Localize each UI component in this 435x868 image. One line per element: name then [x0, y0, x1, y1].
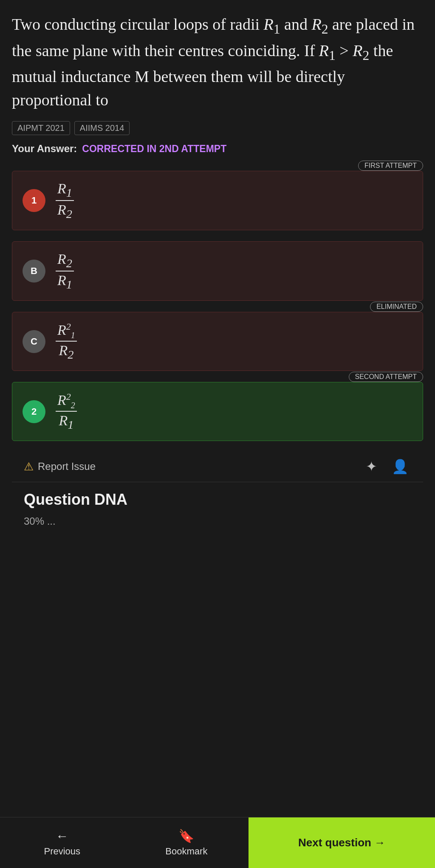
settings-button[interactable]: ✦	[360, 455, 382, 478]
option-box-c[interactable]: C R21 R2	[12, 312, 423, 371]
second-attempt-tag: SECOND ATTEMPT	[349, 372, 424, 382]
bookmark-button[interactable]: 🔖 Bookmark	[124, 817, 249, 868]
answer-status: CORRECTED IN 2ND ATTEMPT	[82, 143, 226, 155]
eliminated-tag: ELIMINATED	[370, 302, 423, 312]
report-issue-label: Report Issue	[38, 461, 96, 472]
attempt-tag-container-2: SECOND ATTEMPT	[12, 373, 423, 382]
bottom-nav: ← Previous 🔖 Bookmark Next question →	[0, 817, 435, 868]
option-wrapper-1: FIRST ATTEMPT 1 R1 R2	[12, 162, 423, 230]
your-answer-row: Your Answer: CORRECTED IN 2ND ATTEMPT	[12, 143, 423, 155]
first-attempt-tag: FIRST ATTEMPT	[358, 161, 423, 171]
bookmark-label: Bookmark	[165, 846, 207, 857]
option-math-2: R22 R1	[56, 392, 77, 431]
option-circle-c: C	[23, 330, 45, 353]
user-icon: 👤	[392, 458, 409, 475]
question-dna-section: Question DNA 30% ...	[12, 482, 423, 532]
previous-button[interactable]: ← Previous	[0, 817, 124, 868]
option-math-1: R1 R2	[56, 181, 74, 221]
report-issue-button[interactable]: ⚠ Report Issue	[24, 460, 96, 473]
option-box-1[interactable]: 1 R1 R2	[12, 171, 423, 230]
option-wrapper-b: B R2 R1	[12, 233, 423, 301]
question-text: Two conducting circular loops of radii R…	[12, 13, 423, 112]
option-circle-1: 1	[23, 189, 45, 212]
attempt-tag-container-c: ELIMINATED	[12, 303, 423, 312]
previous-label: Previous	[44, 846, 80, 857]
previous-icon: ←	[56, 829, 68, 843]
option-circle-b: B	[23, 260, 45, 283]
option-math-c: R21 R2	[56, 322, 77, 361]
dna-partial: 30% ...	[24, 515, 411, 527]
bookmark-icon: 🔖	[178, 828, 194, 843]
option-circle-2: 2	[23, 400, 45, 423]
warning-icon: ⚠	[24, 460, 34, 473]
your-answer-label: Your Answer:	[12, 143, 77, 155]
options-container: FIRST ATTEMPT 1 R1 R2 B	[12, 162, 423, 441]
question-section: Two conducting circular loops of radii R…	[0, 0, 435, 540]
attempt-tag-container-b	[12, 233, 423, 241]
next-question-label: Next question →	[298, 836, 385, 849]
bottom-actions: ⚠ Report Issue ✦ 👤	[12, 444, 423, 482]
option-box-2[interactable]: 2 R22 R1	[12, 382, 423, 441]
option-wrapper-c: ELIMINATED C R21 R2	[12, 303, 423, 371]
question-dna-title: Question DNA	[24, 491, 411, 509]
option-wrapper-2: SECOND ATTEMPT 2 R22 R1	[12, 373, 423, 441]
right-icons: ✦ 👤	[360, 455, 411, 478]
tag-aiims: AIIMS 2014	[74, 121, 130, 135]
tag-aipmt: AIPMT 2021	[12, 121, 70, 135]
settings-icon: ✦	[366, 458, 377, 475]
tags-row: AIPMT 2021 AIIMS 2014	[12, 121, 423, 135]
option-math-b: R2 R1	[56, 251, 74, 291]
user-button[interactable]: 👤	[389, 455, 411, 478]
next-question-button[interactable]: Next question →	[249, 817, 435, 868]
option-box-b[interactable]: B R2 R1	[12, 241, 423, 301]
attempt-tag-container-1: FIRST ATTEMPT	[12, 162, 423, 171]
